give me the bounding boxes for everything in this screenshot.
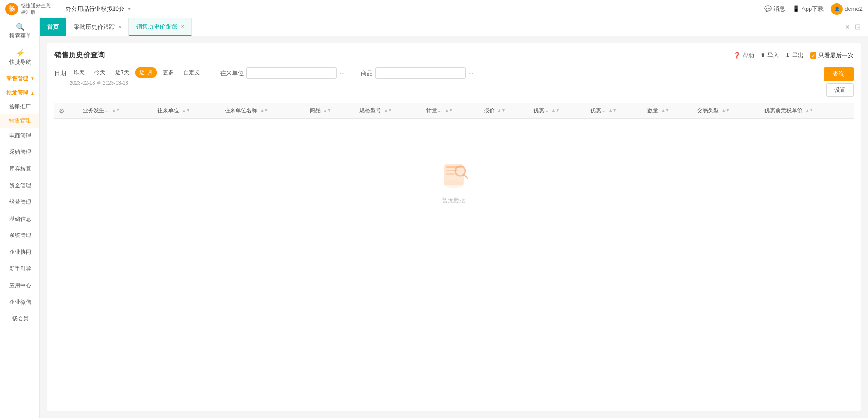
lightning-icon: ⚡ (16, 49, 25, 57)
date-chip-last1m[interactable]: 近1月 (135, 67, 157, 78)
sort-icon: ▲▼ (323, 109, 331, 113)
logo-icon: 畅 (5, 3, 18, 15)
col-settings[interactable]: ⚙ (54, 103, 78, 119)
chevron-up-icon: ▲ (30, 90, 35, 95)
page-content: 销售历史价查询 ❓ 帮助 ⬆ 导入 ⬇ 导出 (40, 36, 868, 418)
col-discount1[interactable]: 优惠... ▲▼ (529, 103, 586, 119)
sidebar-item-shortcut[interactable]: ⚡ 快捷导航 (0, 44, 39, 71)
counterpart-filter: 往来单位 ··· (220, 67, 344, 79)
export-btn[interactable]: ⬇ 导出 (785, 52, 804, 60)
col-quote[interactable]: 报价 ▲▼ (479, 103, 529, 119)
sidebar-item-newcomer[interactable]: 新手引导 (0, 261, 39, 277)
sidebar-item-enterprise[interactable]: 企业协同 (0, 244, 39, 261)
sidebar-item-inventory[interactable]: 库存核算 (0, 161, 39, 177)
table-header: ⚙ 业务发生... ▲▼ 往来单位 ▲▼ (54, 103, 854, 119)
col-discount2[interactable]: 优惠... ▲▼ (586, 103, 643, 119)
svg-line-6 (464, 175, 467, 178)
help-btn[interactable]: ❓ 帮助 (733, 52, 754, 60)
col-unit[interactable]: 计量... ▲▼ (422, 103, 479, 119)
sidebar-item-app-center[interactable]: 应用中心 (0, 277, 39, 294)
page-panel: 销售历史价查询 ❓ 帮助 ⬆ 导入 ⬇ 导出 (47, 43, 861, 411)
user-menu[interactable]: 👤 demo2 (831, 3, 863, 15)
logo-area: 畅 畅捷通好生意 标准版 (5, 2, 51, 15)
sort-icon: ▲▼ (805, 109, 813, 113)
import-btn[interactable]: ⬆ 导入 (760, 52, 779, 60)
top-bar: 畅 畅捷通好生意 标准版 办公用品行业模拟账套 ▼ 💬 消息 📱 App下载 👤… (0, 0, 868, 18)
message-btn[interactable]: 💬 消息 (764, 5, 785, 13)
sidebar-item-sales-mgmt[interactable]: 销售管理 (0, 114, 39, 128)
date-chip-last7[interactable]: 近7天 (111, 67, 133, 78)
date-chip-yesterday[interactable]: 昨天 (70, 67, 89, 78)
export-icon: ⬇ (785, 52, 790, 59)
sidebar-item-membership[interactable]: 畅会员 (0, 310, 39, 327)
empty-text: 暂无数据 (442, 196, 466, 204)
sort-icon: ▲▼ (384, 109, 392, 113)
tab-home[interactable]: 首页 (40, 18, 66, 36)
product-input[interactable] (375, 67, 466, 79)
tab-purchase-history[interactable]: 采购历史价跟踪 × (66, 18, 129, 36)
col-spec[interactable]: 规格型号 ▲▼ (355, 103, 422, 119)
col-counterpart-code[interactable]: 往来单位 ▲▼ (153, 103, 220, 119)
sidebar-section-retail[interactable]: 零售管理 ▼ (0, 71, 39, 85)
top-bar-left: 畅 畅捷通好生意 标准版 办公用品行业模拟账套 ▼ (5, 2, 132, 15)
sidebar-item-ecommerce[interactable]: 电商管理 (0, 128, 39, 144)
col-biz-date[interactable]: 业务发生... ▲▼ (78, 103, 153, 119)
close-purchase-history-tab[interactable]: × (118, 24, 121, 29)
close-sales-history-tab[interactable]: × (181, 24, 184, 29)
settings-button[interactable]: 设置 (826, 83, 854, 97)
app-icon: 📱 (793, 5, 800, 12)
data-table: ⚙ 业务发生... ▲▼ 往来单位 ▲▼ (54, 103, 854, 119)
col-counterpart-name[interactable]: 往来单位名称 ▲▼ (220, 103, 305, 119)
page-actions: ❓ 帮助 ⬆ 导入 ⬇ 导出 ✓ 只看最后一次 (733, 52, 854, 60)
date-section: 昨天 今天 近7天 近1月 更多 自定义 2023-02-18 至 2023-0… (70, 67, 204, 86)
sidebar-item-system[interactable]: 系统管理 (0, 227, 39, 244)
col-trade-type[interactable]: 交易类型 ▲▼ (693, 103, 760, 119)
sort-icon: ▲▼ (260, 109, 268, 113)
content-area: 首页 采购历史价跟踪 × 销售历史价跟踪 × × ⊡ 销售历史价查询 (40, 18, 868, 418)
empty-icon (436, 155, 472, 191)
sidebar-item-finance[interactable]: 资金管理 (0, 177, 39, 194)
only-last-checkbox[interactable]: ✓ 只看最后一次 (810, 52, 854, 60)
table-container: ⚙ 业务发生... ▲▼ 往来单位 ▲▼ (54, 103, 854, 241)
import-icon: ⬆ (760, 52, 765, 59)
sidebar-item-operation[interactable]: 经营管理 (0, 194, 39, 211)
sort-icon: ▲▼ (445, 109, 453, 113)
message-icon: 💬 (764, 5, 772, 12)
counterpart-input[interactable] (246, 67, 337, 79)
sidebar-section-wholesale[interactable]: 批发管理 ▲ (0, 85, 39, 100)
filter-area: 日期 昨天 今天 近7天 近1月 更多 自定义 202 (54, 67, 854, 97)
counterpart-dots-btn[interactable]: ··· (340, 70, 344, 76)
date-chip-more[interactable]: 更多 (159, 67, 178, 78)
settings-icon[interactable]: ⚙ (59, 107, 65, 114)
date-chip-today[interactable]: 今天 (90, 67, 109, 78)
page-title-bar: 销售历史价查询 ❓ 帮助 ⬆ 导入 ⬇ 导出 (54, 51, 854, 60)
sort-icon: ▲▼ (661, 109, 669, 113)
app-download-btn[interactable]: 📱 App下载 (793, 5, 824, 13)
tab-sales-history[interactable]: 销售历史价跟踪 × (129, 18, 191, 36)
top-bar-divider (58, 5, 58, 14)
logo-text: 畅捷通好生意 标准版 (21, 2, 51, 15)
maximize-btn[interactable]: ⊡ (855, 23, 861, 31)
product-filter: 商品 ··· (361, 67, 473, 79)
counterpart-label: 往来单位 (220, 69, 244, 77)
date-chip-custom[interactable]: 自定义 (179, 67, 204, 78)
avatar: 👤 (831, 3, 843, 15)
filter-main-row: 日期 昨天 今天 近7天 近1月 更多 自定义 202 (54, 67, 854, 97)
sidebar-item-marketing[interactable]: 营销推广 (0, 100, 39, 114)
sidebar-item-wechat[interactable]: 企业微信 (0, 294, 39, 311)
sidebar-item-search[interactable]: 🔍 搜索菜单 (0, 18, 39, 44)
date-chips: 昨天 今天 近7天 近1月 更多 自定义 (70, 67, 204, 78)
query-button[interactable]: 查询 (824, 67, 854, 81)
company-selector[interactable]: 办公用品行业模拟账套 ▼ (66, 5, 132, 13)
top-bar-right: 💬 消息 📱 App下载 👤 demo2 (764, 3, 863, 15)
product-dots-btn[interactable]: ··· (468, 70, 473, 76)
date-filter-label: 日期 (54, 67, 66, 77)
close-window-btn[interactable]: × (845, 23, 849, 31)
col-qty[interactable]: 数量 ▲▼ (643, 103, 693, 119)
date-range-text: 2023-02-18 至 2023-03-18 (70, 80, 204, 86)
sidebar-item-purchase[interactable]: 采购管理 (0, 144, 39, 161)
col-pretax-price[interactable]: 优惠前无税单价 ▲▼ (760, 103, 854, 119)
sidebar-item-basic-info[interactable]: 基础信息 (0, 211, 39, 228)
col-product[interactable]: 商品 ▲▼ (305, 103, 355, 119)
empty-state: 暂无数据 (54, 119, 854, 241)
